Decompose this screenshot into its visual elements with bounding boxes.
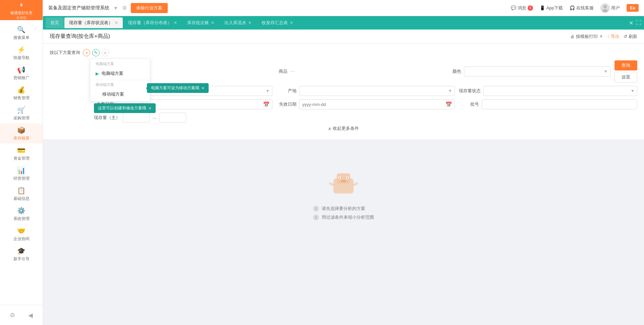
sidebar-item-guide[interactable]: 🎓 新手引导 bbox=[0, 244, 43, 264]
tab-close-icon[interactable]: ✕ bbox=[290, 20, 293, 25]
tip-num-1: 1 bbox=[313, 206, 319, 212]
sidebar-item-nav[interactable]: ⚡ 快捷导航 bbox=[0, 43, 43, 63]
svg-point-9 bbox=[339, 177, 340, 178]
page-header: 现存量查询(按仓库+商品) 🖨 按模板打印 ▼ ↑ 导出 ↺ 刷新 bbox=[43, 30, 644, 44]
system-dropdown-icon[interactable]: ▼ bbox=[113, 5, 118, 11]
tab-stock-status[interactable]: 现存量（库存状况表） ✕ bbox=[64, 17, 123, 28]
guide-icon: 🎓 bbox=[17, 247, 25, 255]
field-stock-status: 现存量状态 ▼ bbox=[459, 86, 637, 96]
sidebar-item-operations[interactable]: 📊 经营管理 bbox=[0, 164, 43, 184]
tab-close-icon[interactable]: ✕ bbox=[248, 20, 252, 25]
range-separator: — bbox=[152, 115, 157, 120]
tab-close-icon[interactable]: ✕ bbox=[211, 20, 214, 25]
tab-stock-dist-label: 现存量（库存分布表） bbox=[128, 20, 172, 26]
batch-input[interactable] bbox=[482, 99, 637, 109]
arrow-right-icon: ▶ bbox=[96, 71, 99, 76]
calendar-start-icon[interactable]: 📅 bbox=[263, 101, 270, 108]
basic-icon: 📋 bbox=[17, 186, 25, 195]
export-action[interactable]: ↑ 导出 bbox=[607, 34, 620, 40]
svg-rect-11 bbox=[341, 180, 346, 182]
field-origin: 产地 ▼ bbox=[276, 86, 455, 96]
stock-main-start[interactable] bbox=[123, 113, 150, 123]
pc-scheme-item[interactable]: ▶ 电脑端方案 bbox=[90, 68, 150, 79]
tab-summary-label: 收发存汇总表 bbox=[262, 20, 288, 26]
empty-tip-1: 1 请先选择要分析的方案 bbox=[313, 206, 374, 212]
export-label: 导出 bbox=[611, 34, 620, 40]
stock-status-select[interactable] bbox=[483, 86, 637, 96]
user-item[interactable]: 用户 bbox=[600, 3, 620, 13]
tab-close-all-icon[interactable]: ✕ bbox=[629, 20, 633, 26]
field-color: 颜色 ▼ bbox=[441, 66, 610, 76]
tab-expand-icon[interactable]: ⛶ bbox=[636, 20, 641, 26]
collapse-footer-btn[interactable]: ◀ bbox=[28, 312, 33, 319]
print-dropdown-icon: ▼ bbox=[599, 34, 603, 39]
scheme-dropdown: 电脑端方案 ▶ 电脑端方案 移动端方案 移动端方案 bbox=[90, 58, 150, 102]
color-select[interactable] bbox=[464, 66, 610, 76]
online-support-label: 在线客服 bbox=[576, 5, 594, 11]
tooltip-pc-close[interactable]: ✕ bbox=[201, 86, 205, 91]
tab-home[interactable]: 首页 bbox=[46, 17, 64, 28]
refresh-action[interactable]: ↺ 刷新 bbox=[624, 34, 637, 40]
industry-plan-button[interactable]: 体验行业方案 bbox=[131, 3, 168, 13]
system-icon: ⚙️ bbox=[17, 207, 25, 215]
sidebar-item-marketing[interactable]: 📢 营销推广 bbox=[0, 63, 43, 83]
sidebar-item-search[interactable]: 🔍 搜索菜单 bbox=[0, 23, 43, 43]
sidebar-item-purchase[interactable]: 🛒 采购管理 bbox=[0, 103, 43, 123]
batch-label: 批号 bbox=[459, 101, 479, 107]
pc-scheme-label: 电脑端方案 bbox=[102, 70, 123, 76]
tab-close-icon[interactable]: ✕ bbox=[174, 20, 177, 25]
mobile-scheme-section-label: 移动端方案 bbox=[90, 81, 150, 89]
sidebar-item-sales[interactable]: 💰 销售管理 bbox=[0, 83, 43, 103]
app-download-item[interactable]: 📱 App下载 bbox=[540, 5, 563, 11]
stock-status-label: 现存量状态 bbox=[459, 88, 481, 94]
add-scheme-btn[interactable]: + bbox=[83, 49, 90, 56]
tab-stock-dist[interactable]: 现存量（库存分布表） ✕ bbox=[123, 17, 182, 28]
goods-dots[interactable]: ··· bbox=[290, 68, 294, 74]
collab-icon: 🤝 bbox=[17, 227, 25, 235]
back-scheme-btn[interactable]: « bbox=[102, 49, 109, 56]
page-actions: 🖨 按模板打印 ▼ ↑ 导出 ↺ 刷新 bbox=[570, 34, 637, 40]
edit-scheme-btn[interactable]: ✎ bbox=[92, 49, 100, 56]
print-action[interactable]: 🖨 按模板打印 ▼ bbox=[570, 34, 603, 40]
tab-stock-batch[interactable]: 库存批次账 ✕ bbox=[182, 17, 219, 28]
mobile-scheme-label: 移动端方案 bbox=[102, 92, 124, 97]
sidebar-item-basic[interactable]: 📋 基础信息 bbox=[0, 184, 43, 204]
sidebar-item-collab[interactable]: 🤝 企业协同 bbox=[0, 224, 43, 244]
color-select-wrap: ▼ bbox=[464, 66, 610, 76]
tooltip-create-close[interactable]: ✕ bbox=[148, 106, 152, 111]
sidebar-item-system[interactable]: ⚙️ 系统管理 bbox=[0, 204, 43, 224]
empty-illustration bbox=[327, 167, 360, 200]
origin-select[interactable] bbox=[299, 86, 455, 96]
origin-label: 产地 bbox=[276, 88, 297, 94]
mobile-scheme-item[interactable]: 移动端方案 bbox=[90, 89, 150, 100]
stock-main-end[interactable] bbox=[159, 113, 186, 123]
tooltip-pc-text: 电脑方案可设为移动方案哦 bbox=[151, 85, 199, 91]
svg-line-13 bbox=[354, 183, 357, 185]
sidebar-logo[interactable]: 6 畅通道好生意 标准版 bbox=[0, 0, 43, 20]
filter-title: 按以下方案查询 bbox=[50, 50, 80, 56]
expiry-date-start[interactable] bbox=[299, 99, 455, 109]
message-item[interactable]: 💬 消息 6 bbox=[511, 5, 533, 11]
filter-header: 按以下方案查询 + ✎ « bbox=[50, 49, 637, 56]
sidebar-item-finance[interactable]: 💳 资金管理 bbox=[0, 144, 43, 164]
reset-button[interactable]: 设置 bbox=[614, 72, 637, 83]
sidebar-item-inventory[interactable]: 📦 库存核算 bbox=[0, 123, 43, 144]
logo-icon: 6 bbox=[15, 0, 28, 10]
logo-sub: 标准版 bbox=[16, 15, 26, 20]
collapse-row[interactable]: ∧ 收起更多条件 bbox=[50, 123, 637, 134]
top-header: 装备及固定资产辅助管理系统 ▼ ⚙ 体验行业方案 💬 消息 6 📱 App下载 … bbox=[43, 0, 644, 16]
message-label: 消息 bbox=[518, 5, 526, 11]
query-btn-group: 查询 设置 bbox=[614, 60, 637, 83]
calendar-expiry-icon[interactable]: 📅 bbox=[445, 101, 452, 108]
tab-inout-flow[interactable]: 出入库流水 ✕ bbox=[220, 17, 256, 28]
settings-gear-icon[interactable]: ⚙ bbox=[122, 5, 127, 11]
goods-label: 商品 bbox=[267, 68, 287, 74]
tab-close-icon[interactable]: ✕ bbox=[115, 20, 118, 25]
tab-summary[interactable]: 收发存汇总表 ✕ bbox=[257, 17, 298, 28]
online-support-item[interactable]: 🎧 在线客服 bbox=[570, 5, 594, 11]
settings-footer-btn[interactable]: ⚙ bbox=[10, 312, 15, 319]
tip-1-text: 请先选择要分析的方案 bbox=[322, 206, 365, 212]
tab-bar-right: ✕ ⛶ bbox=[629, 20, 641, 26]
sidebar-item-label: 库存核算 bbox=[13, 136, 30, 141]
query-button[interactable]: 查询 bbox=[614, 60, 637, 70]
